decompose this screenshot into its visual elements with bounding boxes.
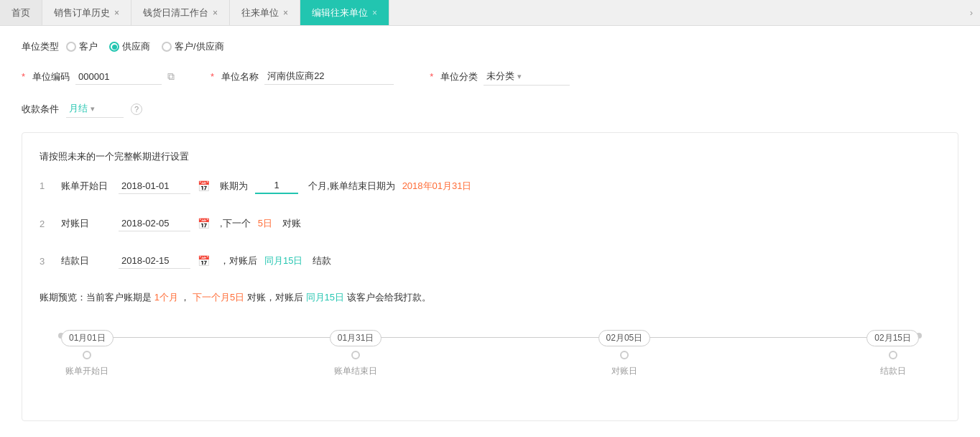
radio-both[interactable]: 客户/供应商 (162, 40, 224, 53)
unit-code-input[interactable] (75, 69, 162, 85)
month-input[interactable] (255, 178, 298, 194)
reconcile-date-input[interactable] (119, 216, 190, 231)
card-hint: 请按照未来的一个完整帐期进行设置 (40, 150, 940, 163)
radio-circle-supplier (109, 42, 119, 52)
node-badge-1: 01月31日 (330, 330, 382, 346)
payment-date-input[interactable] (119, 253, 190, 269)
row-label-payment: 结款日 (61, 254, 111, 267)
calendar-icon[interactable]: 📅 (198, 180, 210, 192)
preview-sep1: ， (180, 292, 190, 303)
help-icon[interactable]: ? (131, 104, 142, 115)
unit-class-select[interactable]: 未分类 ▾ (484, 68, 570, 86)
reconcile-suffix: 对账 (282, 217, 301, 230)
row-reconcile-date: 2 对账日 📅 ,下一个 5日 对账 (40, 216, 940, 231)
calendar-icon[interactable]: 📅 (198, 218, 210, 229)
timeline-node-1: 01月31日 账单结束日 (330, 330, 382, 377)
timeline-nodes: 01月01日 账单开始日 01月31日 账单结束日 02月05日 对账日 02月… (61, 330, 919, 377)
unit-name-group: * 单位名称 (211, 69, 394, 85)
node-label-3: 结款日 (880, 365, 906, 377)
node-label-0: 账单开始日 (65, 365, 108, 377)
unit-class-label: 单位分类 (440, 70, 478, 83)
calendar-icon[interactable]: 📅 (198, 255, 210, 267)
payment-highlight: 同月15日 (264, 254, 302, 267)
node-dot-1 (351, 351, 360, 359)
timeline-node-2: 02月05日 对账日 (598, 330, 651, 377)
unit-type-radio-group: 客户 供应商 客户/供应商 (66, 40, 224, 53)
row-num-3: 3 (40, 256, 54, 267)
payment-terms-label: 收款条件 (22, 103, 59, 116)
payment-terms-select[interactable]: 月结 ▾ (66, 100, 124, 118)
payment-suffix: 结款 (313, 254, 331, 267)
chevron-down-icon: ▾ (517, 72, 522, 81)
preview-part1: 1个月 (154, 292, 178, 303)
row-num-2: 2 (40, 218, 54, 229)
unit-info-row: * 单位编码 ⧉ * 单位名称 * 单位分类 未分类 ▾ (22, 68, 958, 86)
unit-type-label: 单位类型 (22, 40, 59, 53)
payment-prefix: ，对账后 (220, 254, 257, 267)
tab-edit-partner[interactable]: 编辑往来单位 × (300, 0, 389, 25)
close-icon[interactable]: × (372, 8, 377, 18)
node-dot-0 (83, 351, 91, 359)
tab-partner[interactable]: 往来单位 × (230, 0, 300, 25)
reconcile-highlight: 5日 (258, 217, 272, 230)
tab-home[interactable]: 首页 (0, 0, 42, 25)
node-label-1: 账单结束日 (334, 365, 377, 377)
node-label-2: 对账日 (611, 365, 637, 377)
row-label-start: 账单开始日 (61, 180, 111, 193)
radio-customer[interactable]: 客户 (66, 40, 98, 53)
row-num-1: 1 (40, 180, 54, 191)
preview-sep2: 对账，对账后 (247, 292, 303, 303)
unit-class-value: 未分类 (486, 70, 514, 83)
payment-terms-row: 收款条件 月结 ▾ ? (22, 100, 958, 118)
tab-expand-button[interactable]: › (963, 0, 980, 25)
unit-code-group: * 单位编码 ⧉ (22, 69, 175, 85)
radio-circle-customer (66, 42, 76, 52)
suffix-mid-1: 个月,账单结束日期为 (308, 180, 395, 193)
timeline-node-0: 01月01日 账单开始日 (61, 330, 114, 377)
close-icon[interactable]: × (114, 8, 119, 18)
preview-end: 该客户会给我打款。 (347, 292, 431, 303)
node-badge-3: 02月15日 (866, 330, 919, 346)
tab-sales-history[interactable]: 销售订单历史 × (42, 0, 131, 25)
preview-part2: 下一个月5日 (193, 292, 244, 303)
suffix-pre-1: 账期为 (220, 180, 248, 193)
unit-name-input[interactable] (264, 69, 394, 85)
preview-part3: 同月15日 (306, 292, 344, 303)
preview-text: 账期预览：当前客户账期是 1个月 ， 下一个月5日 对账，对账后 同月15日 该… (40, 290, 940, 305)
payment-terms-value: 月结 (69, 102, 88, 115)
row-start-date: 1 账单开始日 📅 账期为 个月,账单结束日期为 2018年01月31日 (40, 178, 940, 194)
period-settings-card: 请按照未来的一个完整帐期进行设置 1 账单开始日 📅 账期为 个月,账单结束日期… (22, 132, 958, 421)
unit-name-label: 单位名称 (221, 70, 259, 83)
reconcile-prefix: ,下一个 (220, 217, 251, 230)
timeline: 01月01日 账单开始日 01月31日 账单结束日 02月05日 对账日 02月… (61, 323, 919, 399)
unit-type-row: 单位类型 客户 供应商 客户/供应商 (22, 40, 958, 53)
unit-class-group: * 单位分类 未分类 ▾ (430, 68, 570, 86)
node-dot-2 (620, 351, 629, 359)
chevron-down-icon: ▾ (91, 104, 95, 114)
timeline-node-3: 02月15日 结款日 (866, 330, 919, 377)
row-payment-date: 3 结款日 📅 ，对账后 同月15日 结款 (40, 253, 940, 269)
preview-label: 账期预览：当前客户账期是 (40, 292, 152, 303)
main-content: 单位类型 客户 供应商 客户/供应商 * 单位编码 ⧉ * 单位名称 (0, 26, 980, 437)
close-icon[interactable]: × (283, 8, 288, 18)
row-label-reconcile: 对账日 (61, 217, 111, 230)
radio-circle-both (162, 42, 172, 52)
radio-supplier[interactable]: 供应商 (109, 40, 150, 53)
node-dot-3 (889, 351, 897, 359)
end-date-highlight: 2018年01月31日 (402, 180, 472, 193)
tab-cash-work[interactable]: 钱货日清工作台 × (131, 0, 230, 25)
node-badge-0: 01月01日 (61, 330, 114, 346)
node-badge-2: 02月05日 (598, 330, 651, 346)
tab-bar: 首页 销售订单历史 × 钱货日清工作台 × 往来单位 × 编辑往来单位 × › (0, 0, 980, 26)
start-date-input[interactable] (119, 178, 190, 194)
copy-icon[interactable]: ⧉ (167, 70, 175, 83)
close-icon[interactable]: × (213, 8, 218, 18)
unit-code-label: 单位编码 (32, 70, 70, 83)
